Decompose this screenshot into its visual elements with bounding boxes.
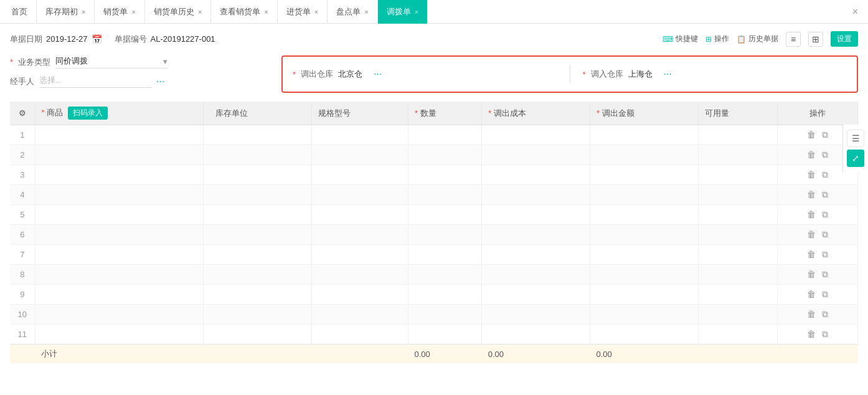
sidebar-list-icon[interactable]: ☰ — [847, 130, 864, 147]
row-available-11[interactable] — [698, 325, 778, 345]
row-cost-9[interactable] — [482, 285, 590, 305]
row-quantity-5[interactable] — [408, 205, 481, 225]
row-unit-7[interactable] — [204, 245, 312, 265]
row-product-11[interactable] — [35, 325, 204, 345]
row-quantity-6[interactable] — [408, 225, 481, 245]
delete-row-11-btn[interactable]: 🗑 — [805, 329, 818, 339]
row-cost-1[interactable] — [482, 125, 590, 145]
operations-btn[interactable]: ⊞ 操作 — [705, 34, 729, 44]
row-quantity-1[interactable] — [408, 125, 481, 145]
delete-row-8-btn[interactable]: 🗑 — [805, 269, 818, 279]
row-product-3[interactable] — [35, 165, 204, 185]
row-spec-10[interactable] — [311, 305, 408, 325]
row-spec-1[interactable] — [311, 125, 408, 145]
row-amount-11[interactable] — [590, 325, 698, 345]
view-toggle-list[interactable]: ≡ — [786, 32, 801, 47]
handler-more-btn[interactable]: ··· — [156, 76, 164, 87]
row-unit-6[interactable] — [204, 225, 312, 245]
copy-row-10-btn[interactable]: ⧉ — [820, 309, 830, 320]
row-product-1[interactable] — [35, 125, 204, 145]
row-available-2[interactable] — [698, 145, 778, 165]
row-unit-1[interactable] — [204, 125, 312, 145]
row-available-7[interactable] — [698, 245, 778, 265]
row-available-10[interactable] — [698, 305, 778, 325]
row-product-7[interactable] — [35, 245, 204, 265]
delete-row-5-btn[interactable]: 🗑 — [805, 209, 818, 219]
row-product-4[interactable] — [35, 185, 204, 205]
row-spec-6[interactable] — [311, 225, 408, 245]
delete-row-3-btn[interactable]: 🗑 — [805, 169, 818, 179]
delete-row-2-btn[interactable]: 🗑 — [805, 150, 818, 159]
delete-row-1-btn[interactable]: 🗑 — [805, 130, 818, 140]
row-quantity-10[interactable] — [408, 305, 481, 325]
row-quantity-7[interactable] — [408, 245, 481, 265]
tab-sales-order[interactable]: 销货单 × — [95, 0, 144, 24]
row-cost-11[interactable] — [482, 325, 590, 345]
row-quantity-11[interactable] — [408, 325, 481, 345]
tab-purchase-order[interactable]: 进货单 × — [278, 0, 328, 24]
copy-row-9-btn[interactable]: ⧉ — [820, 289, 830, 300]
copy-row-3-btn[interactable]: ⧉ — [820, 169, 830, 180]
row-amount-6[interactable] — [590, 225, 698, 245]
row-unit-3[interactable] — [204, 165, 312, 185]
copy-row-7-btn[interactable]: ⧉ — [820, 249, 830, 260]
row-product-5[interactable] — [35, 205, 204, 225]
row-spec-8[interactable] — [311, 265, 408, 285]
copy-row-1-btn[interactable]: ⧉ — [820, 130, 830, 140]
warehouse-in-more-btn[interactable]: ··· — [664, 69, 672, 80]
tab-view-sales[interactable]: 查看销货单 × — [211, 0, 277, 24]
warehouse-in-value[interactable]: 上海仓 — [628, 69, 653, 80]
row-product-2[interactable] — [35, 145, 204, 165]
tab-inventory-init[interactable]: 库存期初 × — [37, 0, 95, 24]
row-available-3[interactable] — [698, 165, 778, 185]
row-cost-6[interactable] — [482, 225, 590, 245]
row-amount-2[interactable] — [590, 145, 698, 165]
close-tab-transfer-order[interactable]: × — [415, 8, 418, 16]
row-spec-4[interactable] — [311, 185, 408, 205]
delete-row-10-btn[interactable]: 🗑 — [805, 309, 818, 319]
view-toggle-grid[interactable]: ⊞ — [808, 32, 823, 47]
row-amount-10[interactable] — [590, 305, 698, 325]
row-available-9[interactable] — [698, 285, 778, 305]
close-tab-purchase-order[interactable]: × — [314, 8, 318, 16]
close-tab-view-sales[interactable]: × — [264, 8, 268, 16]
handler-dropdown[interactable]: 选择... — [39, 75, 151, 88]
tab-sales-history[interactable]: 销货单历史 × — [145, 0, 211, 24]
row-amount-5[interactable] — [590, 205, 698, 225]
row-quantity-9[interactable] — [408, 285, 481, 305]
row-spec-9[interactable] — [311, 285, 408, 305]
row-quantity-2[interactable] — [408, 145, 481, 165]
history-btn[interactable]: 📋 历史单据 — [737, 34, 778, 44]
row-amount-8[interactable] — [590, 265, 698, 285]
row-spec-7[interactable] — [311, 245, 408, 265]
copy-row-4-btn[interactable]: ⧉ — [820, 189, 830, 200]
row-cost-2[interactable] — [482, 145, 590, 165]
row-amount-9[interactable] — [590, 285, 698, 305]
date-value[interactable]: 2019-12-27 — [46, 34, 88, 44]
row-unit-2[interactable] — [204, 145, 312, 165]
row-product-10[interactable] — [35, 305, 204, 325]
row-available-1[interactable] — [698, 125, 778, 145]
row-cost-5[interactable] — [482, 205, 590, 225]
sidebar-expand-icon[interactable]: ⤢ — [847, 150, 864, 167]
copy-row-2-btn[interactable]: ⧉ — [820, 150, 830, 160]
row-unit-9[interactable] — [204, 285, 312, 305]
row-cost-3[interactable] — [482, 165, 590, 185]
row-product-9[interactable] — [35, 285, 204, 305]
close-tab-sales-history[interactable]: × — [198, 8, 202, 16]
row-spec-2[interactable] — [311, 145, 408, 165]
copy-row-11-btn[interactable]: ⧉ — [820, 329, 830, 340]
warehouse-out-more-btn[interactable]: ··· — [374, 69, 382, 80]
row-unit-10[interactable] — [204, 305, 312, 325]
row-amount-3[interactable] — [590, 165, 698, 185]
close-all-tabs[interactable]: × — [847, 4, 863, 20]
business-type-dropdown[interactable]: 同价调拨 ▾ — [55, 55, 167, 69]
tab-inventory-check[interactable]: 盘点单 × — [328, 0, 377, 24]
close-tab-inventory-init[interactable]: × — [82, 8, 85, 16]
tab-transfer-order[interactable]: 调拨单 × — [378, 0, 428, 24]
row-cost-7[interactable] — [482, 245, 590, 265]
row-amount-4[interactable] — [590, 185, 698, 205]
row-spec-5[interactable] — [311, 205, 408, 225]
calendar-icon[interactable]: 📅 — [92, 34, 102, 44]
copy-row-5-btn[interactable]: ⧉ — [820, 209, 830, 220]
